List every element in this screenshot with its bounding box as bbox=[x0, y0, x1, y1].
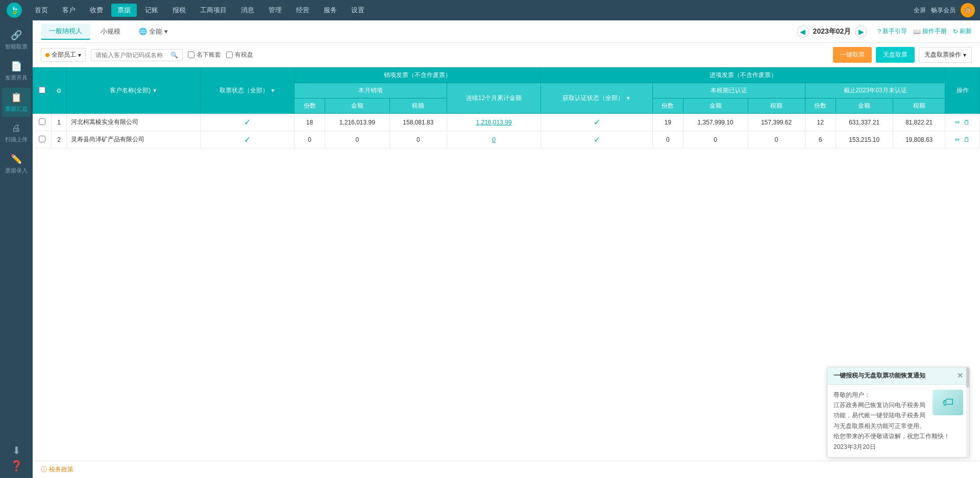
toolbar: 全部员工 ▾ 🔍 名下账套 有税盘 一键取票 无盘取票 无盘取票操作 ▾ bbox=[33, 43, 980, 67]
sidebar-help-icon[interactable]: ❓ bbox=[10, 460, 23, 472]
view-btn[interactable]: 🗒 bbox=[964, 119, 970, 126]
sidebar-item-票据录入[interactable]: ✏️票据录入 bbox=[2, 149, 31, 179]
nav-item-管理[interactable]: 管理 bbox=[262, 4, 288, 17]
row-sales-amount: 1,216,013.99 bbox=[325, 114, 389, 131]
toolbar-right: 一键取票 无盘取票 无盘取票操作 ▾ bbox=[833, 47, 972, 63]
row-uncert-pieces: 12 bbox=[805, 114, 836, 131]
employee-filter-label: 全部员工 bbox=[52, 51, 76, 59]
tab-small-scale[interactable]: 小规模 bbox=[92, 24, 129, 39]
no-disk-btn[interactable]: 无盘取票 bbox=[876, 47, 915, 63]
nav-item-报税[interactable]: 报税 bbox=[166, 4, 192, 17]
sidebar-label: 票据录入 bbox=[5, 167, 28, 174]
nav-item-设置[interactable]: 设置 bbox=[345, 4, 371, 17]
sidebar-icon: 🔗 bbox=[11, 30, 22, 41]
edit-btn[interactable]: ✏ bbox=[955, 136, 960, 143]
row-pur-amount: 0 bbox=[683, 131, 748, 148]
status-icon: ✓ bbox=[244, 118, 251, 127]
tax-policy-label[interactable]: 税务政策 bbox=[49, 465, 74, 474]
download-checkbox[interactable] bbox=[188, 52, 194, 58]
row-pur-pieces: 0 bbox=[652, 131, 683, 148]
tax-disk-checkbox[interactable] bbox=[226, 52, 233, 58]
notification-popup: 一键报税与无盘取票功能恢复通知 ✕ 🏷 尊敬的用户：江苏政务网已恢复访问电子税务… bbox=[827, 367, 970, 458]
th-uncert-amount: 金额 bbox=[836, 98, 893, 114]
nav-item-工商项目[interactable]: 工商项目 bbox=[194, 4, 233, 17]
period-label: 2023年02月 bbox=[813, 27, 851, 36]
nav-item-首页[interactable]: 首页 bbox=[29, 4, 54, 17]
view-btn[interactable]: 🗒 bbox=[964, 136, 970, 143]
user-avatar[interactable]: 🐵 bbox=[961, 3, 975, 17]
manual-btn[interactable]: 📖 操作手册 bbox=[913, 27, 947, 36]
row-uncert-amount: 153,215.10 bbox=[836, 131, 893, 148]
row-uncert-tax: 19,808.63 bbox=[893, 131, 945, 148]
row-ops: ✏ 🗒 bbox=[945, 114, 980, 131]
employee-dropdown-icon: ▾ bbox=[78, 52, 81, 59]
consec-link[interactable]: 0 bbox=[492, 136, 496, 143]
sidebar-item-票据汇总[interactable]: 📋票据汇总 bbox=[2, 88, 31, 117]
app-logo: 🍃 bbox=[5, 1, 23, 19]
th-ops: 操作 bbox=[945, 68, 980, 114]
fullscreen-btn[interactable]: 全屏 bbox=[914, 6, 926, 15]
invoice-table: ⚙ 客户名称(全部) ▼ 取票状态（全部） ▼ 销项发票（不含作废票） 进项发票… bbox=[33, 67, 980, 148]
nav-item-经营[interactable]: 经营 bbox=[290, 4, 315, 17]
sidebar-item-智能取票[interactable]: 🔗智能取票 bbox=[2, 26, 31, 55]
period-prev-btn[interactable]: ◀ bbox=[797, 26, 809, 38]
th-status: 取票状态（全部） ▼ bbox=[201, 68, 295, 114]
th-consec-12: 连续12个月累计金额 bbox=[447, 83, 541, 114]
tab-general-taxpayer[interactable]: 一般纳税人 bbox=[41, 23, 90, 40]
sidebar-item-扫描上传[interactable]: 🖨扫描上传 bbox=[2, 119, 31, 147]
row-uncert-amount: 631,337.21 bbox=[836, 114, 893, 131]
th-pur-amount: 金额 bbox=[683, 98, 748, 114]
row-consec-12: 1,216,013.99 bbox=[447, 114, 541, 131]
nav-item-记账[interactable]: 记账 bbox=[139, 4, 164, 17]
search-input[interactable] bbox=[95, 52, 168, 59]
tax-disk-label: 有税盘 bbox=[235, 51, 253, 59]
row-pur-tax: 0 bbox=[748, 131, 805, 148]
th-settings: ⚙ bbox=[52, 68, 67, 114]
row-checkbox[interactable] bbox=[39, 118, 45, 125]
row-checkbox[interactable] bbox=[39, 136, 45, 142]
notification-close-btn[interactable]: ✕ bbox=[957, 371, 963, 380]
select-all-checkbox[interactable] bbox=[39, 87, 45, 93]
one-click-btn[interactable]: 一键取票 bbox=[833, 47, 872, 63]
row-sales-tax: 158,081.83 bbox=[389, 114, 447, 131]
sidebar-icon: 📄 bbox=[11, 61, 22, 72]
scrollbar-thumb bbox=[966, 367, 969, 388]
tab-all[interactable]: 🌐 全能 ▾ bbox=[131, 24, 176, 39]
new-guide-btn[interactable]: ? 新手引导 bbox=[877, 27, 907, 36]
sidebar-label: 发票开具 bbox=[5, 74, 28, 82]
tax-disk-filter[interactable]: 有税盘 bbox=[226, 51, 253, 59]
row-checkbox-cell bbox=[33, 114, 52, 131]
search-icon[interactable]: 🔍 bbox=[170, 52, 178, 59]
refresh-btn[interactable]: ↻ 刷新 bbox=[953, 27, 972, 36]
member-btn[interactable]: 畅享会员 bbox=[931, 6, 955, 15]
tabs-bar: 一般纳税人 小规模 🌐 全能 ▾ ◀ 2023年02月 ▶ ? 新手引导 📖 操… bbox=[33, 20, 980, 43]
row-num: 2 bbox=[52, 131, 67, 148]
nav-item-服务[interactable]: 服务 bbox=[317, 4, 343, 17]
nav-item-消息[interactable]: 消息 bbox=[235, 4, 260, 17]
employee-filter[interactable]: 全部员工 ▾ bbox=[41, 48, 86, 62]
download-label: 名下账套 bbox=[197, 51, 221, 59]
sidebar: 🔗智能取票📄发票开具📋票据汇总🖨扫描上传✏️票据录入 ⬇ ❓ bbox=[0, 20, 33, 478]
notification-scrollbar[interactable] bbox=[966, 367, 969, 457]
row-pur-amount: 1,357,999.10 bbox=[683, 114, 748, 131]
no-disk-op-btn[interactable]: 无盘取票操作 ▾ bbox=[919, 47, 972, 63]
consec-link[interactable]: 1,216,013.99 bbox=[476, 119, 512, 126]
th-uncert-pieces: 份数 bbox=[805, 98, 836, 114]
download-filter[interactable]: 名下账套 bbox=[188, 51, 221, 59]
nav-item-收费[interactable]: 收费 bbox=[84, 4, 109, 17]
sidebar-item-发票开具[interactable]: 📄发票开具 bbox=[2, 57, 31, 86]
row-consec-12: 0 bbox=[447, 131, 541, 148]
row-sales-tax: 0 bbox=[389, 131, 447, 148]
row-pur-pieces: 19 bbox=[652, 114, 683, 131]
row-checkbox-cell bbox=[33, 131, 52, 148]
nav-item-客户[interactable]: 客户 bbox=[56, 4, 82, 17]
edit-btn[interactable]: ✏ bbox=[955, 119, 960, 126]
cert-status-icon: ✓ bbox=[594, 135, 600, 144]
period-next-btn[interactable]: ▶ bbox=[855, 26, 867, 38]
row-customer: 灵寿县尚泽矿产品有限公司 bbox=[67, 131, 201, 148]
table-row: 2 灵寿县尚泽矿产品有限公司 ✓ 0 0 0 0 ✓ 0 0 0 6 153,2… bbox=[33, 131, 980, 148]
row-status: ✓ bbox=[201, 114, 295, 131]
sidebar-download-icon[interactable]: ⬇ bbox=[12, 444, 21, 457]
nav-item-票据[interactable]: 票据 bbox=[111, 4, 137, 17]
cert-status-icon: ✓ bbox=[594, 118, 600, 127]
